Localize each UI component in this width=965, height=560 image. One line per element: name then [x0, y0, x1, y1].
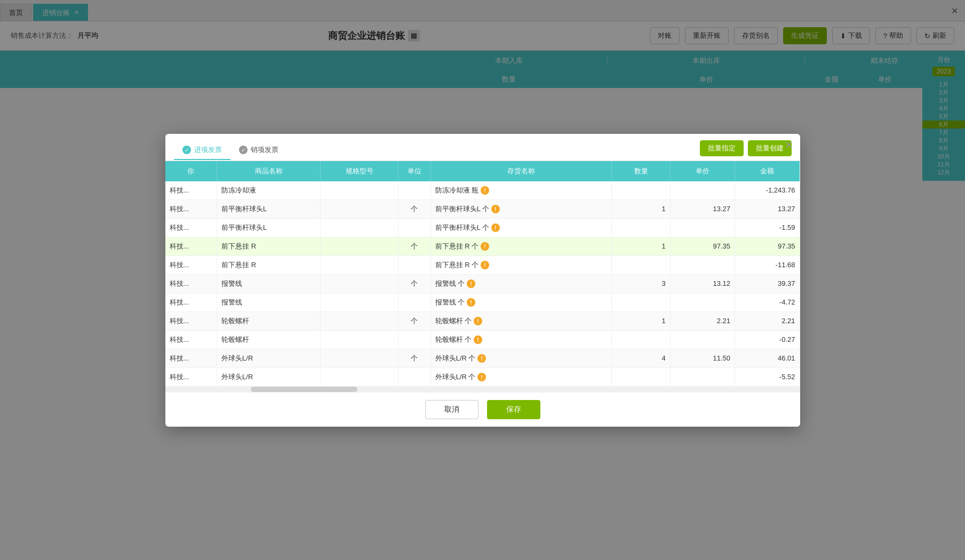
col-header-8: 金额 — [735, 161, 800, 181]
table-cell: 科技... — [165, 349, 217, 367]
modal-header: ✓ 进项发票 ✓ 销项发票 批量指定 批量创建 ✕ — [165, 134, 800, 161]
table-cell — [612, 367, 670, 386]
table-cell: 4 — [612, 349, 670, 367]
table-cell: 13.27 — [670, 199, 735, 218]
modal-overlay: ✓ 进项发票 ✓ 销项发票 批量指定 批量创建 ✕ 你 商品名称 规格型号 — [0, 0, 965, 560]
table-cell: 科技... — [165, 181, 217, 200]
modal-table: 你 商品名称 规格型号 单位 存货名称 数量 单价 金额 科技...防冻冷却液防… — [165, 161, 800, 387]
table-cell — [398, 330, 430, 349]
table-cell: 防冻冷却液 — [217, 181, 321, 200]
table-cell — [321, 293, 398, 311]
table-cell: 前平衡杆球头L — [217, 199, 321, 218]
col-header-3: 规格型号 — [321, 161, 398, 181]
table-cell — [612, 293, 670, 311]
batch-assign-button[interactable]: 批量指定 — [700, 140, 744, 156]
modal-dialog: ✓ 进项发票 ✓ 销项发票 批量指定 批量创建 ✕ 你 商品名称 规格型号 — [165, 134, 800, 427]
table-cell: 报警线 — [217, 274, 321, 293]
table-cell: 科技... — [165, 293, 217, 311]
table-cell: 97.35 — [670, 237, 735, 255]
table-cell: 报警线 — [217, 293, 321, 311]
table-cell — [321, 255, 398, 274]
modal-header-actions: 批量指定 批量创建 — [700, 140, 792, 161]
table-row: 科技...前平衡杆球头L前平衡杆球头L 个 !-1.59 — [165, 218, 800, 237]
table-cell — [670, 181, 735, 200]
table-cell — [321, 349, 398, 367]
table-cell — [398, 293, 430, 311]
modal-table-wrap[interactable]: 你 商品名称 规格型号 单位 存货名称 数量 单价 金额 科技...防冻冷却液防… — [165, 161, 800, 387]
table-cell: 前下悬挂 R 个 ! — [430, 237, 612, 255]
table-cell: -11.68 — [735, 255, 800, 274]
table-cell: 科技... — [165, 274, 217, 293]
table-cell: 外球头L/R — [217, 349, 321, 367]
table-cell — [398, 218, 430, 237]
outgoing-invoice-icon: ✓ — [239, 146, 248, 154]
table-cell: 防冻冷却液 瓶 ! — [430, 181, 612, 200]
table-cell — [398, 181, 430, 200]
table-cell — [670, 367, 735, 386]
table-cell: 个 — [398, 349, 430, 367]
table-cell: 轮毂螺杆 — [217, 311, 321, 330]
table-row: 科技...报警线报警线 个 !-4.72 — [165, 293, 800, 311]
modal-close-button[interactable]: ✕ — [785, 139, 793, 151]
table-cell: 个 — [398, 311, 430, 330]
table-row: 科技...报警线个报警线 个 !313.1239.37 — [165, 274, 800, 293]
col-header-7: 单价 — [670, 161, 735, 181]
warning-icon: ! — [491, 205, 500, 213]
table-cell — [321, 330, 398, 349]
table-cell: 前下悬挂 R — [217, 237, 321, 255]
table-cell: -0.27 — [735, 330, 800, 349]
tab-outgoing-invoice[interactable]: ✓ 销项发票 — [230, 141, 287, 160]
table-cell: 科技... — [165, 330, 217, 349]
tab-incoming-invoice[interactable]: ✓ 进项发票 — [174, 141, 230, 160]
table-cell: 97.35 — [735, 237, 800, 255]
table-cell: 报警线 个 ! — [430, 274, 612, 293]
table-cell: 个 — [398, 274, 430, 293]
save-button[interactable]: 保存 — [487, 400, 540, 419]
warning-icon: ! — [481, 261, 489, 269]
table-cell: 3 — [612, 274, 670, 293]
table-cell: 2.21 — [670, 311, 735, 330]
table-cell: 科技... — [165, 255, 217, 274]
incoming-invoice-label: 进项发票 — [194, 145, 222, 155]
cancel-button[interactable]: 取消 — [425, 400, 478, 419]
col-header-6: 数量 — [612, 161, 670, 181]
table-cell — [321, 237, 398, 255]
table-cell: 39.37 — [735, 274, 800, 293]
table-cell — [612, 255, 670, 274]
table-cell: 个 — [398, 199, 430, 218]
table-cell: 13.27 — [735, 199, 800, 218]
incoming-invoice-icon: ✓ — [182, 146, 191, 154]
table-cell: 轮毂螺杆 个 ! — [430, 330, 612, 349]
table-row: 科技...外球头L/R个外球头L/R 个 !411.5046.01 — [165, 349, 800, 367]
col-header-4: 单位 — [398, 161, 430, 181]
table-cell — [398, 367, 430, 386]
table-cell: 科技... — [165, 367, 217, 386]
table-cell — [612, 181, 670, 200]
table-cell: 前平衡杆球头L — [217, 218, 321, 237]
table-cell: 46.01 — [735, 349, 800, 367]
table-cell: 科技... — [165, 311, 217, 330]
table-header: 你 商品名称 规格型号 单位 存货名称 数量 单价 金额 — [165, 161, 800, 181]
warning-icon: ! — [477, 354, 486, 363]
table-cell: -4.72 — [735, 293, 800, 311]
table-cell: 前下悬挂 R — [217, 255, 321, 274]
table-cell: 轮毂螺杆 — [217, 330, 321, 349]
warning-icon: ! — [491, 223, 500, 232]
table-cell: -5.52 — [735, 367, 800, 386]
table-row: 科技...外球头L/R外球头L/R 个 !-5.52 — [165, 367, 800, 386]
horizontal-scrollbar[interactable] — [165, 387, 800, 392]
table-cell: -1.59 — [735, 218, 800, 237]
warning-icon: ! — [474, 317, 482, 325]
table-row: 科技...前平衡杆球头L个前平衡杆球头L 个 !113.2713.27 — [165, 199, 800, 218]
table-cell: 2.21 — [735, 311, 800, 330]
table-cell — [321, 181, 398, 200]
table-cell — [612, 218, 670, 237]
table-cell — [670, 218, 735, 237]
table-row: 科技...前下悬挂 R个前下悬挂 R 个 !197.3597.35 — [165, 237, 800, 255]
table-cell — [321, 199, 398, 218]
table-cell: -1,243.76 — [735, 181, 800, 200]
table-cell: 前平衡杆球头L 个 ! — [430, 199, 612, 218]
scroll-thumb[interactable] — [251, 387, 357, 392]
modal-footer: 取消 保存 — [165, 392, 800, 427]
table-cell — [321, 367, 398, 386]
